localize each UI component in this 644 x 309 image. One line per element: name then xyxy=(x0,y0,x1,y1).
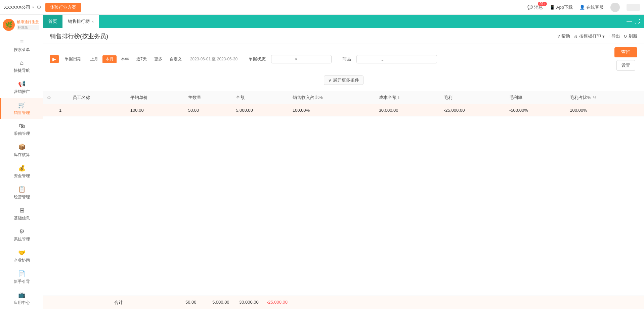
tab-minimize-icon[interactable]: — xyxy=(627,18,632,24)
expand-conditions-button[interactable]: ∨ 展开更多条件 xyxy=(324,75,363,85)
th-gross: 毛利 xyxy=(440,91,505,104)
top-right-area: 💬 消息 99+ 📱 App下载 👤 在线客服 xyxy=(527,3,640,12)
th-settings[interactable]: ⚙ xyxy=(43,91,55,104)
data-table: ⚙ 员工名称 平均单价 主数量 全额 销售收入占比% 成本全额 ℹ 毛利 毛利率… xyxy=(43,91,644,116)
date-tab-prev-month[interactable]: 上月 xyxy=(87,55,101,63)
date-tab-more[interactable]: 更多 xyxy=(151,55,165,63)
sidebar-item-guide[interactable]: 📄 新手引导 xyxy=(0,267,43,288)
refresh-button[interactable]: ↻ 刷新 xyxy=(624,33,637,39)
logo-badge: 标准版 xyxy=(17,25,39,30)
cell-gross-pct: 100.00% xyxy=(566,104,644,116)
sidebar-label-inventory: 库存核算 xyxy=(14,152,30,158)
tab-expand-icon[interactable]: ⛶ xyxy=(635,18,640,24)
sidebar-item-marketing[interactable]: 📢 营销推广 xyxy=(0,77,43,98)
sidebar-label-search: 搜索菜单 xyxy=(14,47,30,53)
filter-collapse-btn[interactable]: ▶ xyxy=(50,55,59,63)
date-tab-7days[interactable]: 近7天 xyxy=(133,55,150,63)
sidebar-item-purchase[interactable]: 🛍 采购管理 xyxy=(0,119,43,140)
user-name-display xyxy=(627,4,640,11)
refresh-icon: ↻ xyxy=(624,34,627,39)
filter-area: ▶ 单据日期 上月 本月 本年 近7天 更多 自定义 2023-06-01 至 … xyxy=(43,44,644,91)
sidebar-item-basics[interactable]: ⊞ 基础信息 xyxy=(0,203,43,224)
filter-right: 查询 设置 xyxy=(614,47,637,71)
sidebar-item-inventory[interactable]: 📦 库存核算 xyxy=(0,140,43,161)
app-download-icon: 📱 xyxy=(550,5,555,10)
tab-home[interactable]: 首页 xyxy=(43,15,62,28)
date-tab-current-month[interactable]: 本月 xyxy=(102,55,117,63)
sidebar-item-finance[interactable]: 💰 资金管理 xyxy=(0,161,43,182)
template-print-button[interactable]: 🖨 按模板打印 ▾ xyxy=(573,33,605,39)
guide-icon: 📄 xyxy=(18,270,26,277)
table-footer: 合计 50.00 5,000.00 30,000.00 -25,000.00 xyxy=(43,296,644,309)
company-selector[interactable]: XXXXXX公司 ▾ xyxy=(4,4,34,10)
app-download-label: App下载 xyxy=(556,4,573,10)
operations-icon: 📋 xyxy=(18,186,26,193)
th-name: 员工名称 xyxy=(69,91,126,104)
sidebar: 🌿 畅康通好生意 标准版 ≡ 搜索菜单 ⌂ 快捷导航 📢 营销推广 🛒 销售管理… xyxy=(0,15,43,309)
date-tab-custom[interactable]: 自定义 xyxy=(167,55,185,63)
date-range-display: 2023-06-01 至 2023-06-30 xyxy=(190,56,238,62)
tab-bar: 首页 销售排行榜 × — ⛶ xyxy=(43,15,644,28)
table-header-row: ⚙ 员工名称 平均单价 主数量 全额 销售收入占比% 成本全额 ℹ 毛利 毛利率… xyxy=(43,91,644,104)
logo-text: 畅康通好生意 xyxy=(17,19,39,24)
sidebar-label-system: 系统管理 xyxy=(14,237,30,242)
tab-home-label: 首页 xyxy=(48,18,57,24)
content-area: 首页 销售排行榜 × — ⛶ 销售排行榜(按业务员) ? 帮助 xyxy=(43,15,644,309)
sidebar-label-guide: 新手引导 xyxy=(14,279,30,285)
sidebar-item-sales[interactable]: 🛒 销售管理 xyxy=(0,98,43,119)
sales-icon: 🛒 xyxy=(18,101,26,109)
th-gross-pct: 毛利占比% % xyxy=(566,91,644,104)
sidebar-item-search[interactable]: ≡ 搜索菜单 xyxy=(0,35,43,56)
company-name: XXXXXX公司 xyxy=(4,4,30,10)
expand-chevron-icon: ∨ xyxy=(328,78,332,83)
apps-icon: 📺 xyxy=(18,291,26,299)
tab-sales-ranking[interactable]: 销售排行榜 × xyxy=(62,15,99,28)
status-select[interactable]: ▾ xyxy=(271,55,332,63)
logo-area: 🌿 畅康通好生意 标准版 xyxy=(0,15,43,35)
footer-amount: 5,000.00 xyxy=(208,300,235,306)
footer-cost: 30,000.00 xyxy=(235,300,263,306)
message-area[interactable]: 💬 消息 99+ xyxy=(527,4,543,10)
help-button[interactable]: ? 帮助 xyxy=(557,33,570,39)
sidebar-item-apps[interactable]: 📺 应用中心 xyxy=(0,288,43,309)
cell-amount: 5,000.00 xyxy=(232,104,289,116)
cell-name xyxy=(69,104,126,116)
page-title: 销售排行榜(按业务员) xyxy=(50,32,108,40)
trial-button[interactable]: 体验行业方案 xyxy=(45,3,81,12)
sidebar-item-quicknav[interactable]: ⌂ 快捷导航 xyxy=(0,56,43,77)
company-settings-icon[interactable]: ⚙ xyxy=(37,4,41,10)
sidebar-item-system[interactable]: ⚙ 系统管理 xyxy=(0,224,43,246)
th-sales-pct: 销售收入占比% xyxy=(289,91,375,104)
footer-qty: 50.00 xyxy=(181,300,208,306)
col-settings-icon[interactable]: ⚙ xyxy=(47,95,51,100)
sidebar-item-collab[interactable]: 🤝 企业协同 xyxy=(0,246,43,267)
page-title-row: 销售排行榜(按业务员) ? 帮助 🖨 按模板打印 ▾ ↑ 导出 xyxy=(50,32,637,40)
tab-close-icon[interactable]: × xyxy=(92,19,94,23)
cell-settings xyxy=(43,104,55,116)
export-button[interactable]: ↑ 导出 xyxy=(608,33,620,39)
sidebar-item-operations[interactable]: 📋 经营管理 xyxy=(0,182,43,203)
date-tab-year[interactable]: 本年 xyxy=(118,55,132,63)
app-download-area[interactable]: 📱 App下载 xyxy=(550,4,573,10)
help-icon: ? xyxy=(557,34,560,39)
cell-cost: 30,000.00 xyxy=(375,104,440,116)
cell-rank: 1 xyxy=(55,104,69,116)
gross-pct-info-icon[interactable]: % xyxy=(593,96,596,100)
print-chevron-icon: ▾ xyxy=(602,34,605,39)
th-amount: 全额 xyxy=(232,91,289,104)
purchase-icon: 🛍 xyxy=(19,122,25,130)
collab-icon: 🤝 xyxy=(18,249,26,256)
cell-sales-pct: 100.00% xyxy=(289,104,375,116)
date-label: 单据日期 xyxy=(64,56,82,62)
page-header: 销售排行榜(按业务员) ? 帮助 🖨 按模板打印 ▾ ↑ 导出 xyxy=(43,28,644,44)
online-service-area[interactable]: 👤 在线客服 xyxy=(579,4,604,10)
query-button[interactable]: 查询 xyxy=(614,47,637,57)
cost-info-icon[interactable]: ℹ xyxy=(398,96,399,100)
sidebar-label-purchase: 采购管理 xyxy=(14,131,30,137)
cell-avg-price: 100.00 xyxy=(126,104,184,116)
goods-input[interactable]: … xyxy=(356,55,437,63)
avatar[interactable] xyxy=(610,3,620,12)
table-area: ⚙ 员工名称 平均单价 主数量 全额 销售收入占比% 成本全额 ℹ 毛利 毛利率… xyxy=(43,91,644,296)
expand-row: ∨ 展开更多条件 xyxy=(50,73,637,88)
settings-button[interactable]: 设置 xyxy=(616,60,635,71)
